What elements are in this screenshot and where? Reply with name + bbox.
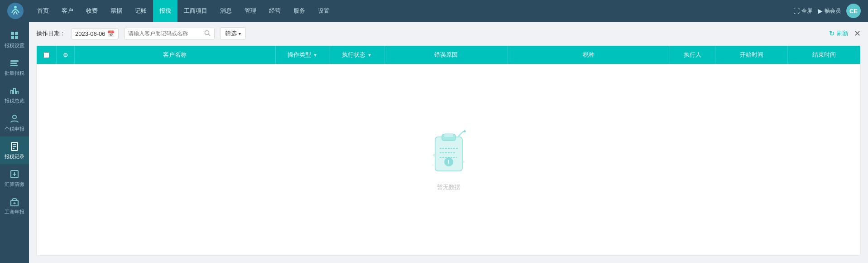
th-starttime-label: 开始时间	[740, 51, 763, 59]
svg-rect-5	[15, 36, 18, 39]
svg-point-32	[433, 154, 436, 156]
sidebar-item-baoshuizonglan[interactable]: 报税总览	[0, 81, 29, 108]
filter-label: 筛选	[225, 29, 237, 38]
nav-item-bookkeeping[interactable]: 记账	[129, 0, 153, 22]
baoshuizonglan-icon	[9, 85, 20, 96]
svg-rect-8	[10, 65, 18, 66]
sort-icon-status: ▼	[367, 53, 372, 58]
date-picker[interactable]: 2023-06-06 📅	[71, 28, 119, 39]
nav-right-area: ⛶ 全屏 ▶ 畅会员 CE	[793, 4, 861, 18]
filter-button[interactable]: 筛选 ▾	[220, 27, 246, 40]
main-layout: 报税设置 批量报税 报税总览	[0, 22, 868, 263]
nav-item-fee[interactable]: 收费	[80, 0, 104, 22]
th-executor: 执行人	[670, 46, 715, 64]
app-logo[interactable]	[7, 3, 24, 19]
member-label: 畅会员	[825, 7, 841, 15]
fullscreen-label: 全屏	[801, 7, 812, 15]
th-endtime: 结束时间	[788, 46, 860, 64]
piliangbaoshui-icon	[9, 58, 20, 68]
sidebar-label-gongshangnianba: 工商年报	[5, 209, 24, 215]
th-client-label: 客户名称	[163, 51, 187, 59]
sidebar-item-piliangbaoshui[interactable]: 批量报税	[0, 53, 29, 81]
sidebar-item-gongshangnianba[interactable]: 工商年报	[0, 192, 29, 219]
close-button[interactable]: ✕	[854, 29, 861, 38]
svg-point-34	[432, 164, 434, 166]
th-starttime: 开始时间	[715, 46, 788, 64]
nav-item-operation[interactable]: 经营	[263, 0, 287, 22]
svg-rect-4	[11, 36, 14, 39]
th-status[interactable]: 执行状态 ▼	[330, 46, 384, 64]
svg-rect-7	[10, 63, 17, 64]
sidebar-label-baoshuishezhi: 报税设置	[5, 43, 24, 49]
search-icon	[204, 30, 211, 38]
svg-point-0	[7, 3, 24, 19]
th-error-label: 错误原因	[434, 51, 458, 59]
sidebar-item-baoshuijilu[interactable]: 报税记录	[0, 136, 29, 164]
svg-rect-2	[11, 32, 14, 35]
svg-point-9	[13, 115, 16, 119]
chevron-down-icon: ▾	[239, 31, 241, 36]
th-endtime-label: 结束时间	[812, 51, 836, 59]
nav-item-invoice[interactable]: 票据	[104, 0, 129, 22]
nav-item-message[interactable]: 消息	[214, 0, 238, 22]
geshusenbao-icon	[9, 113, 20, 124]
gongshangnianba-icon	[9, 196, 20, 207]
sidebar-item-huisuanjiaona[interactable]: 汇算清缴	[0, 164, 29, 192]
sidebar: 报税设置 批量报税 报税总览	[0, 22, 29, 263]
svg-rect-24	[444, 133, 453, 137]
empty-state: ! 暂无数据	[426, 128, 471, 191]
baoshuishezhi-icon	[9, 30, 20, 41]
th-client: 客户名称	[75, 46, 276, 64]
th-executor-label: 执行人	[684, 51, 701, 59]
gear-icon: ⚙	[63, 52, 68, 58]
sidebar-label-huisuanjiaona: 汇算清缴	[5, 181, 24, 187]
nav-item-home[interactable]: 首页	[31, 0, 55, 22]
search-box[interactable]	[124, 28, 215, 40]
svg-point-33	[462, 161, 464, 163]
nav-item-settings[interactable]: 设置	[312, 0, 336, 22]
sort-icon-optype: ▼	[313, 53, 317, 58]
th-optype-label: 操作类型	[288, 51, 311, 59]
th-gear[interactable]: ⚙	[57, 46, 75, 64]
refresh-button[interactable]: ↻ 刷新	[829, 29, 849, 38]
top-navigation: 首页 客户 收费 票据 记账 报税 工商项目 消息 管理 经营 服务 设置 ⛶ …	[0, 0, 868, 22]
search-input[interactable]	[128, 30, 202, 37]
date-value: 2023-06-06	[75, 30, 106, 37]
th-status-label: 执行状态	[342, 51, 365, 59]
sidebar-label-piliangbaoshui: 批量报税	[5, 70, 24, 76]
member-button[interactable]: ▶ 畅会员	[818, 7, 841, 15]
empty-text: 暂无数据	[437, 183, 460, 191]
table-body: ! 暂无数据	[37, 64, 860, 255]
svg-line-21	[208, 34, 210, 36]
toolbar-right: ↻ 刷新 ✕	[829, 29, 861, 38]
sidebar-label-geshusenbao: 个税申报	[5, 126, 24, 132]
svg-point-1	[14, 6, 17, 9]
sidebar-item-geshusenbao[interactable]: 个税申报	[0, 109, 29, 136]
nav-item-service[interactable]: 服务	[287, 0, 312, 22]
nav-item-tax[interactable]: 报税	[153, 0, 177, 22]
svg-rect-6	[10, 60, 19, 62]
nav-item-manage[interactable]: 管理	[238, 0, 263, 22]
svg-marker-31	[463, 130, 466, 132]
nav-items-list: 首页 客户 收费 票据 记账 报税 工商项目 消息 管理 经营 服务 设置	[31, 0, 793, 22]
nav-item-client[interactable]: 客户	[55, 0, 80, 22]
avatar[interactable]: CE	[846, 4, 861, 18]
toolbar: 操作日期： 2023-06-06 📅 筛选 ▾	[29, 22, 868, 45]
select-all-checkbox[interactable]	[43, 52, 49, 58]
sidebar-label-baoshuijilu: 报税记录	[5, 154, 24, 160]
fullscreen-button[interactable]: ⛶ 全屏	[793, 7, 812, 15]
th-optype[interactable]: 操作类型 ▼	[276, 46, 330, 64]
th-taxtype: 税种	[508, 46, 670, 64]
huisuanjiaona-icon	[9, 169, 20, 180]
th-checkbox[interactable]	[37, 46, 57, 64]
fullscreen-icon: ⛶	[793, 7, 800, 15]
sidebar-label-baoshuizonglan: 报税总览	[5, 98, 24, 104]
sidebar-item-baoshuishezhi[interactable]: 报税设置	[0, 25, 29, 53]
th-taxtype-label: 税种	[583, 51, 595, 59]
baoshuijilu-icon	[9, 141, 20, 152]
th-error: 错误原因	[384, 46, 508, 64]
video-icon: ▶	[818, 7, 823, 15]
nav-item-business[interactable]: 工商项目	[177, 0, 214, 22]
svg-line-30	[459, 132, 463, 136]
table-container: ⚙ 客户名称 操作类型 ▼ 执行状态 ▼ 错误原因 税种	[36, 45, 861, 256]
